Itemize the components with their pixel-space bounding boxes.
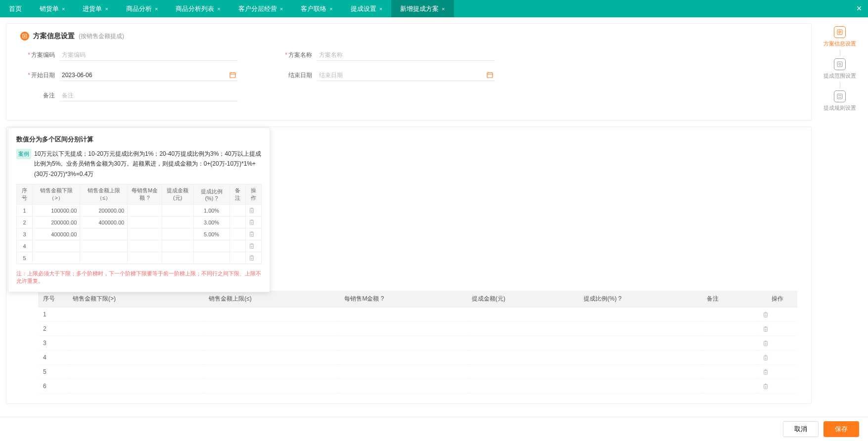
form-icon xyxy=(834,26,846,38)
step-plan-info[interactable]: 方案信息设置 xyxy=(823,26,856,47)
example-text: 10万元以下无提成；10-20万元提成比例为1%；20-40万提成比例为3%；4… xyxy=(34,149,262,179)
svg-rect-21 xyxy=(764,342,768,346)
card-subtitle: (按销售金额提成) xyxy=(79,32,124,41)
svg-rect-47 xyxy=(837,94,842,99)
delete-icon[interactable] xyxy=(249,255,258,261)
table-row[interactable]: 3 xyxy=(38,336,797,351)
footer-actions: 取消 保存 xyxy=(0,417,868,440)
svg-rect-7 xyxy=(487,73,493,78)
step-scope[interactable]: 提成范围设置 xyxy=(823,58,856,80)
plan-info-card: 方案信息设置 (按销售金额提成) *方案编码 *方案名称 *开始日期 xyxy=(6,23,812,121)
plan-name-input[interactable] xyxy=(317,49,495,61)
end-date-label: 结束日期 xyxy=(277,71,312,80)
rules-icon xyxy=(834,90,846,102)
plan-code-label: *方案编码 xyxy=(20,51,55,59)
tab-new-commission-plan[interactable]: 新增提成方案× xyxy=(391,0,454,17)
close-all-icon[interactable]: × xyxy=(850,0,868,17)
section-badge-icon xyxy=(20,32,29,41)
svg-rect-36 xyxy=(764,385,768,389)
col-amount: 提成金额(元) xyxy=(467,291,579,308)
delete-icon[interactable] xyxy=(249,231,258,237)
col-action: 操作 xyxy=(758,291,797,308)
svg-rect-60 xyxy=(250,233,253,237)
tab-product-analysis-list[interactable]: 商品分析列表× xyxy=(167,0,229,17)
col-remark: 备注 xyxy=(702,291,758,308)
tab-home[interactable]: 首页 xyxy=(0,0,31,17)
svg-rect-16 xyxy=(764,327,768,331)
delete-icon[interactable] xyxy=(763,383,792,390)
plan-name-label: *方案名称 xyxy=(277,51,312,59)
svg-rect-26 xyxy=(764,356,768,360)
svg-rect-11 xyxy=(764,313,768,317)
close-icon[interactable]: × xyxy=(217,6,220,12)
svg-rect-3 xyxy=(230,73,235,78)
delete-icon[interactable] xyxy=(249,207,258,214)
svg-rect-31 xyxy=(764,370,768,374)
close-icon[interactable]: × xyxy=(442,6,445,12)
popover-title: 数值分为多个区间分别计算 xyxy=(16,135,262,144)
delete-icon[interactable] xyxy=(763,354,792,361)
svg-rect-70 xyxy=(250,257,253,261)
popover-example-table: 序号销售金额下限（>）销售金额上限（≤）每销售M金额 ?提成金额(元)提成比例(… xyxy=(16,184,262,264)
tabs-bar: 首页 销货单× 进货单× 商品分析× 商品分析列表× 客户分层经营× 客户联络×… xyxy=(0,0,868,17)
tab-sales-order[interactable]: 销货单× xyxy=(31,0,74,17)
remark-label: 备注 xyxy=(20,91,55,100)
delete-icon[interactable] xyxy=(763,326,792,332)
calendar-icon[interactable] xyxy=(487,72,493,78)
table-row[interactable]: 4 xyxy=(38,351,797,365)
commission-tiers-table: 序号 销售金额下限(>) 销售金额上限(≤) 每销售M金额 ? 提成金额(元) … xyxy=(38,291,797,394)
table-row[interactable]: 2 xyxy=(38,322,797,336)
table-row[interactable]: 5 xyxy=(38,365,797,379)
tab-commission-settings[interactable]: 提成设置× xyxy=(342,0,391,17)
table-row[interactable]: 1 xyxy=(38,308,797,322)
popover-note: 注：上限必须大于下限；多个阶梯时，下一个阶梯下限要等于前一阶梯上限；不同行之间下… xyxy=(16,270,262,285)
col-seq: 序号 xyxy=(38,291,68,308)
col-upper: 销售金额上限(≤) xyxy=(204,291,339,308)
svg-point-46 xyxy=(839,63,841,65)
svg-rect-65 xyxy=(250,245,253,249)
calendar-icon[interactable] xyxy=(229,72,236,78)
delete-icon[interactable] xyxy=(763,369,792,375)
svg-rect-55 xyxy=(250,221,253,225)
step-rules[interactable]: 提成规则设置 xyxy=(823,90,856,112)
tab-customer-tier[interactable]: 客户分层经营× xyxy=(229,0,292,17)
svg-rect-50 xyxy=(250,209,253,213)
cancel-button[interactable]: 取消 xyxy=(783,421,819,437)
calc-rule-help-popover: 数值分为多个区间分别计算 案例 10万元以下无提成；10-20万元提成比例为1%… xyxy=(8,128,270,292)
col-lower: 销售金额下限(>) xyxy=(68,291,204,308)
svg-rect-0 xyxy=(23,34,27,38)
start-date-label: *开始日期 xyxy=(20,71,55,80)
close-icon[interactable]: × xyxy=(155,6,158,12)
start-date-input[interactable] xyxy=(60,70,238,81)
close-icon[interactable]: × xyxy=(280,6,283,12)
end-date-input[interactable] xyxy=(317,70,495,81)
save-button[interactable]: 保存 xyxy=(823,421,859,437)
delete-icon[interactable] xyxy=(763,340,792,347)
close-icon[interactable]: × xyxy=(105,6,108,12)
delete-icon[interactable] xyxy=(763,311,792,318)
remark-input[interactable] xyxy=(60,90,238,101)
example-tag: 案例 xyxy=(16,149,31,159)
close-icon[interactable]: × xyxy=(329,6,332,12)
scope-icon xyxy=(834,58,846,70)
card-title: 方案信息设置 xyxy=(33,32,75,41)
svg-rect-45 xyxy=(837,62,842,67)
tab-product-analysis[interactable]: 商品分析× xyxy=(117,0,167,17)
delete-icon[interactable] xyxy=(249,243,258,249)
close-icon[interactable]: × xyxy=(62,6,65,12)
plan-code-input[interactable] xyxy=(60,49,238,61)
delete-icon[interactable] xyxy=(249,219,258,225)
tab-purchase-order[interactable]: 进货单× xyxy=(74,0,117,17)
col-ratio: 提成比例(%) ? xyxy=(579,291,702,308)
col-per-m: 每销售M金额 ? xyxy=(339,291,466,308)
step-nav: 方案信息设置 提成范围设置 提成规则设置 xyxy=(818,23,862,410)
tab-customer-contact[interactable]: 客户联络× xyxy=(292,0,341,17)
close-icon[interactable]: × xyxy=(379,6,382,12)
table-row[interactable]: 6 xyxy=(38,379,797,394)
